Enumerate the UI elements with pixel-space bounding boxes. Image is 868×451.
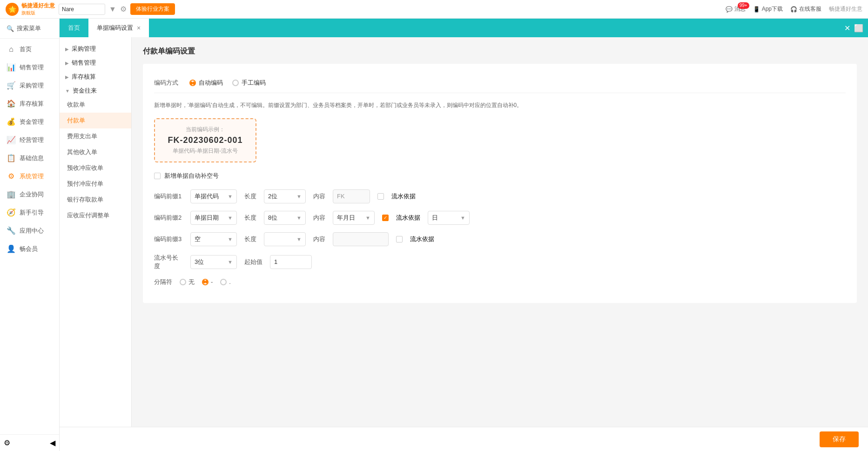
arrow-right-icon: ▶ [65, 47, 69, 52]
download-icon: 📱 [753, 6, 760, 13]
sidebar-item-corp[interactable]: 🏢 企业协同 [0, 185, 59, 203]
online-service-btn[interactable]: 🎧 在线客服 [790, 5, 821, 13]
length1-label: 长度 [244, 192, 256, 201]
serial1-checkbox[interactable] [377, 193, 384, 200]
info-text: 新增单据时，'单据编码'自动生成，不可编辑。前缀设置为部门、业务员等档案类，开单… [154, 101, 846, 111]
prefix1-select[interactable]: 单据代码 ▼ [190, 189, 237, 203]
left-nav-item-adjust[interactable]: 应收应付调整单 [60, 208, 131, 223]
guide-icon: 🧭 [7, 208, 16, 217]
tab-close-icon[interactable]: × [137, 25, 141, 31]
left-nav-group-purchase[interactable]: ▶ 采购管理 [60, 41, 131, 55]
content3-input[interactable] [333, 232, 389, 246]
sidebar-item-purchase[interactable]: 🛒 采购管理 [0, 76, 59, 94]
corp-icon: 🏢 [7, 190, 16, 199]
sep-none-radio[interactable]: 无 [180, 278, 195, 286]
start-value-input[interactable] [270, 255, 312, 269]
headset-icon: 🎧 [790, 6, 797, 13]
save-button[interactable]: 保存 [820, 431, 859, 447]
serial2-checkbox[interactable]: ✓ [382, 215, 389, 221]
appstore-icon: 🔧 [7, 226, 16, 235]
top-header: 🌟 畅捷通好生意 旗舰版 ▼ ⚙ 体验行业方案 💬 消息 99+ 📱 App下载… [0, 0, 868, 19]
left-nav-item-receipt[interactable]: 收款单 [60, 97, 131, 113]
sidebar-item-sales[interactable]: 📊 销售管理 [0, 58, 59, 76]
prefix3-select[interactable]: 空 ▼ [190, 232, 237, 246]
trial-btn[interactable]: 体验行业方案 [130, 3, 175, 15]
left-nav-item-payment[interactable]: 付款单 [60, 113, 131, 128]
message-btn[interactable]: 💬 消息 99+ [726, 5, 746, 13]
footer-settings-icon[interactable]: ⚙ [4, 438, 10, 447]
auto-fill-label: 新增单据自动补空号 [164, 172, 219, 180]
auto-encoding-radio[interactable]: 自动编码 [189, 79, 223, 87]
length2-select[interactable]: 8位 ▼ [264, 211, 306, 225]
serial-length-select[interactable]: 3位 ▼ [190, 255, 237, 269]
main-wrapper: 🔍 搜索菜单 ⌂ 首页 📊 销售管理 🛒 采购管理 🏠 库存核算 💰 [0, 19, 868, 451]
sep-dash-radio[interactable]: - [202, 278, 213, 285]
sidebar-item-finance[interactable]: 💰 资金管理 [0, 113, 59, 131]
content1-input[interactable] [333, 189, 370, 203]
header-settings-icon[interactable]: ⚙ [120, 5, 127, 13]
preview-label: 当前编码示例： [186, 126, 225, 134]
left-nav: ▶ 采购管理 ▶ 销售管理 ▶ 库存核算 ▼ 资金往来 收款单 [60, 37, 132, 427]
window-max-btn[interactable]: ⬜ [854, 24, 863, 33]
prefix2-row: 编码前缀2 单据日期 ▼ 长度 8位 ▼ 内容 年月日 [154, 211, 846, 225]
left-nav-group-inventory[interactable]: ▶ 库存核算 [60, 69, 131, 83]
sep-dot-radio[interactable]: . [220, 278, 231, 285]
serial-length-row: 流水号长度 3位 ▼ 起始值 [154, 254, 846, 270]
sidebar-item-base[interactable]: 📋 基础信息 [0, 149, 59, 167]
sidebar-item-system[interactable]: ⚙ 系统管理 [0, 167, 59, 185]
left-nav-group-capital[interactable]: ▼ 资金往来 [60, 83, 131, 97]
left-nav-item-expense[interactable]: 费用支出单 [60, 128, 131, 144]
length1-select[interactable]: 2位 ▼ [264, 189, 306, 203]
window-close-btn[interactable]: ✕ [844, 24, 850, 33]
content2-label: 内容 [313, 214, 325, 222]
search-menu-btn[interactable]: 🔍 搜索菜单 [4, 22, 55, 34]
logo-text: 畅捷通好生意 旗舰版 [21, 2, 55, 16]
preview-box: 当前编码示例： FK-20230602-001 单据代码-单据日期-流水号 [154, 118, 256, 162]
prefix3-label: 编码前缀3 [154, 235, 183, 243]
sidebar-item-home[interactable]: ⌂ 首页 [0, 40, 59, 58]
header-search-input[interactable] [59, 4, 105, 15]
sidebar-item-appstore[interactable]: 🔧 应用中心 [0, 222, 59, 240]
serial1-label: 流水依据 [391, 192, 416, 201]
length3-select[interactable]: ▼ [264, 232, 306, 246]
sidebar-item-guide[interactable]: 🧭 新手引导 [0, 203, 59, 222]
separator-row: 分隔符 无 - [154, 278, 846, 286]
chevron-down-icon9: ▼ [228, 259, 233, 265]
sidebar-search: 🔍 搜索菜单 [0, 19, 59, 39]
separator-options: 无 - . [180, 278, 231, 286]
app-download-btn[interactable]: 📱 App下载 [753, 5, 783, 13]
left-nav-item-bank[interactable]: 银行存取款单 [60, 192, 131, 208]
tab-encoding[interactable]: 单据编码设置 × [88, 19, 149, 37]
message-badge: 99+ [738, 2, 749, 9]
tab-home[interactable]: 首页 [60, 19, 88, 37]
footer-collapse-icon[interactable]: ◀ [50, 438, 55, 447]
serial3-checkbox[interactable] [396, 236, 403, 242]
header-dropdown-icon[interactable]: ▼ [109, 5, 116, 13]
sidebar-items: ⌂ 首页 📊 销售管理 🛒 采购管理 🏠 库存核算 💰 资金管理 📈 经营 [0, 39, 59, 434]
chevron-down-icon5: ▼ [365, 215, 370, 221]
left-nav-item-other-income[interactable]: 其他收入单 [60, 144, 131, 160]
left-nav-item-advance-receive[interactable]: 预收冲应收单 [60, 160, 131, 176]
chevron-down-icon: ▼ [228, 194, 233, 199]
content2-select[interactable]: 年月日 ▼ [333, 211, 375, 225]
serial-length-label: 流水号长度 [154, 254, 183, 270]
prefix2-select[interactable]: 单据日期 ▼ [190, 211, 237, 225]
sidebar-item-member[interactable]: 👤 畅会员 [0, 240, 59, 258]
sep-dot-circle [220, 279, 227, 285]
manual-radio-circle [232, 80, 239, 86]
prefix3-row: 编码前缀3 空 ▼ 长度 ▼ 内容 流水依据 [154, 232, 846, 246]
left-nav-group-sales[interactable]: ▶ 销售管理 [60, 55, 131, 69]
message-icon: 💬 [726, 6, 733, 13]
arrow-down-icon: ▼ [65, 88, 70, 94]
sidebar-item-inventory[interactable]: 🏠 库存核算 [0, 94, 59, 113]
serial2-unit-select[interactable]: 日 ▼ [428, 211, 470, 225]
left-nav-item-advance-pay[interactable]: 预付冲应付单 [60, 176, 131, 192]
search-icon: 🔍 [7, 25, 14, 32]
sidebar-item-operation[interactable]: 📈 经营管理 [0, 131, 59, 149]
manual-encoding-radio[interactable]: 手工编码 [232, 79, 266, 87]
auto-fill-checkbox[interactable] [154, 173, 161, 179]
chevron-down-icon3: ▼ [228, 215, 233, 221]
length2-label: 长度 [244, 214, 256, 222]
content3-label: 内容 [313, 235, 325, 243]
tab-bar: 首页 单据编码设置 × ✕ ⬜ [60, 19, 868, 37]
